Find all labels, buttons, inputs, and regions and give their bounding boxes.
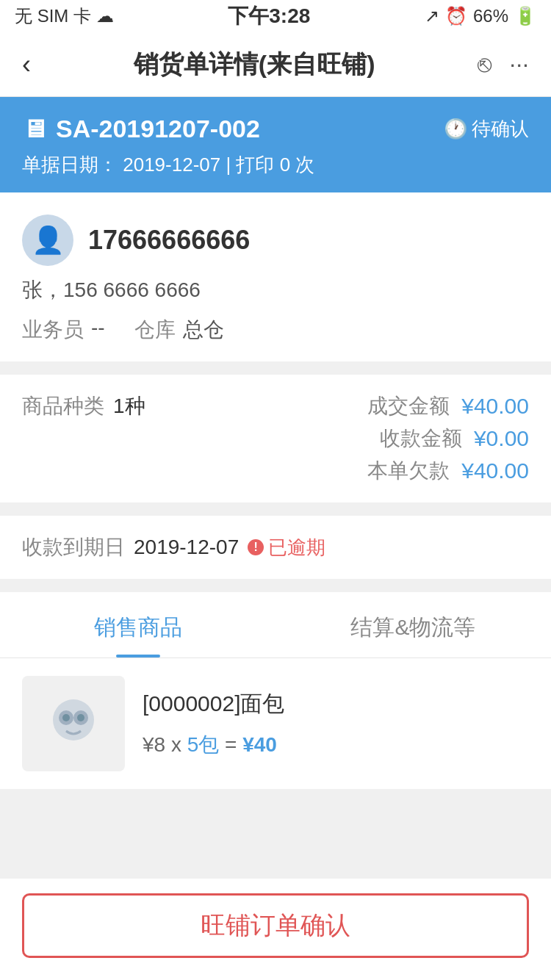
status-time: 下午3:28 (228, 2, 310, 30)
due-date-section: 收款到期日 2019-12-07 ! 已逾期 (0, 516, 551, 579)
product-type-label: 商品种类 (22, 392, 104, 420)
salesperson-label: 业务员 (22, 316, 84, 344)
product-type-group: 商品种类 1种 (22, 392, 145, 420)
status-bar: 无 SIM 卡 ☁ 下午3:28 ↗ ⏰ 66% 🔋 (0, 0, 551, 32)
confirm-button-wrap: 旺铺订单确认 (0, 879, 551, 980)
product-price-row: ¥8 x 5包 = ¥40 (143, 731, 529, 759)
page-title: 销货单详情(来自旺铺) (134, 48, 375, 82)
product-name: [0000002]面包 (143, 689, 529, 719)
order-header: 🖥 SA-20191207-002 🕐 待确认 单据日期： 2019-12-07… (0, 97, 551, 192)
amount-label: 成交金额 (367, 392, 450, 420)
status-clock-icon: 🕐 (444, 118, 467, 140)
tabs-section: 销售商品 结算&物流等 [0000002]面包 ¥8 x 5包 = ¥40 (0, 592, 551, 789)
owing-label: 本单欠款 (367, 457, 450, 485)
customer-section: 👤 17666666666 张，156 6666 6666 业务员 -- 仓库 … (0, 192, 551, 361)
amount-value: ¥40.00 (461, 394, 529, 419)
received-label: 收款金额 (380, 425, 462, 453)
confirm-order-button[interactable]: 旺铺订单确认 (22, 893, 529, 958)
product-unit-price: ¥8 (143, 733, 165, 756)
summary-section: 商品种类 1种 成交金额 ¥40.00 收款金额 ¥0.00 本单欠款 ¥40.… (0, 375, 551, 502)
svg-point-3 (62, 714, 70, 721)
order-status-text: 待确认 (472, 116, 529, 142)
tab-sales-products[interactable]: 销售商品 (0, 592, 276, 657)
back-button[interactable]: ‹ (22, 49, 31, 80)
tab-settlement[interactable]: 结算&物流等 (276, 592, 551, 657)
more-icon[interactable]: ··· (509, 51, 529, 78)
amounts-group: 成交金额 ¥40.00 收款金额 ¥0.00 本单欠款 ¥40.00 (367, 392, 529, 485)
customer-meta: 业务员 -- 仓库 总仓 (22, 316, 529, 344)
battery-icon: 🔋 (514, 6, 536, 26)
avatar-icon: 👤 (32, 225, 65, 256)
tab-settlement-label: 结算&物流等 (350, 615, 475, 639)
status-left: 无 SIM 卡 ☁ (15, 4, 114, 28)
order-id-text: SA-20191207-002 (56, 115, 260, 143)
product-quantity: 5包 (187, 733, 220, 756)
battery-label: 66% (473, 6, 508, 26)
product-details: [0000002]面包 ¥8 x 5包 = ¥40 (143, 689, 529, 759)
product-multiply-sign: x (171, 733, 187, 756)
order-date-row: 单据日期： 2019-12-07 | 打印 0 次 (22, 152, 529, 178)
warehouse-item: 仓库 总仓 (134, 316, 224, 344)
order-icon: 🖥 (22, 115, 47, 143)
sim-label: 无 SIM 卡 ☁ (15, 4, 114, 28)
status-right: ↗ ⏰ 66% 🔋 (425, 6, 536, 26)
salesperson-value: -- (91, 316, 105, 344)
nav-actions: ⎋ ··· (478, 51, 529, 78)
due-date-label: 收款到期日 (22, 533, 125, 561)
svg-point-4 (77, 714, 84, 721)
amount-row-owing: 本单欠款 ¥40.00 (367, 457, 529, 485)
order-id: 🖥 SA-20191207-002 (22, 115, 260, 143)
product-thumbnail (22, 676, 125, 771)
overdue-dot-icon: ! (248, 539, 264, 555)
order-status: 🕐 待确认 (444, 116, 529, 142)
salesperson-item: 业务员 -- (22, 316, 105, 344)
overdue-text: 已逾期 (268, 535, 325, 561)
overdue-badge: ! 已逾期 (248, 535, 325, 561)
nav-bar: ‹ 销货单详情(来自旺铺) ⎋ ··· (0, 32, 551, 97)
due-date-value: 2019-12-07 (134, 536, 239, 559)
amount-row-total: 成交金额 ¥40.00 (367, 392, 529, 420)
warehouse-value: 总仓 (183, 316, 224, 344)
warehouse-label: 仓库 (134, 316, 176, 344)
tab-sales-products-label: 销售商品 (94, 615, 182, 639)
product-total: ¥40 (242, 733, 277, 756)
product-thumb-svg (44, 694, 103, 753)
order-date-label: 单据日期： (22, 154, 118, 176)
alarm-icon: ⏰ (445, 6, 467, 26)
amount-row-received: 收款金额 ¥0.00 (380, 425, 529, 453)
product-type-value: 1种 (113, 392, 145, 420)
avatar: 👤 (22, 215, 73, 266)
location-icon: ↗ (425, 6, 439, 26)
received-value: ¥0.00 (474, 426, 529, 451)
order-print-info: | 打印 0 次 (226, 154, 314, 176)
owing-value: ¥40.00 (461, 458, 529, 483)
customer-phone: 17666666666 (88, 225, 250, 256)
tabs-header: 销售商品 结算&物流等 (0, 592, 551, 658)
order-date-value: 2019-12-07 (123, 154, 220, 176)
product-item: [0000002]面包 ¥8 x 5包 = ¥40 (0, 658, 551, 789)
customer-sub-info: 张，156 6666 6666 (22, 276, 529, 304)
share-icon[interactable]: ⎋ (478, 51, 491, 78)
